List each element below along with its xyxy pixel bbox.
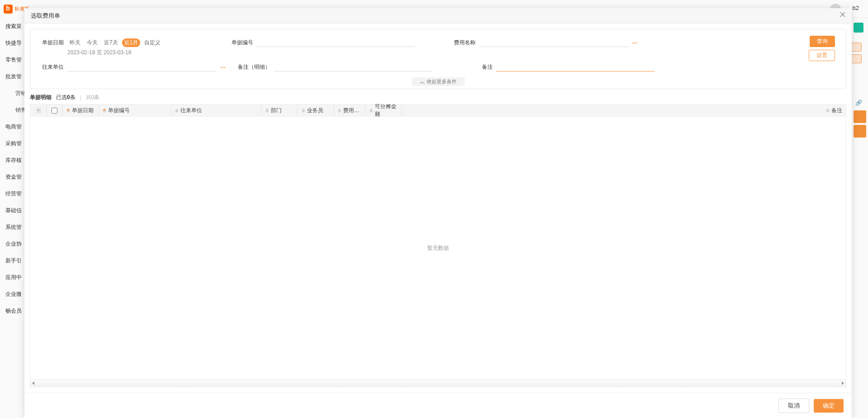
select-all-checkbox[interactable] xyxy=(52,108,57,114)
svg-point-2 xyxy=(38,109,39,111)
sort-icon xyxy=(338,109,341,113)
sort-icon xyxy=(826,109,830,113)
select-expense-modal: 选取费用单 单据日期 昨天 今天 近7天 近1月 xyxy=(24,8,852,418)
preset-today[interactable]: 今天 xyxy=(85,38,100,47)
sort-icon xyxy=(175,109,179,113)
doc-no-label: 单据编号 xyxy=(228,39,253,47)
remark-detail-label: 备注（明细） xyxy=(231,63,270,71)
col-party[interactable]: 往来单位 xyxy=(171,104,262,116)
preset-custom[interactable]: 自定义 xyxy=(142,38,163,47)
sort-icon xyxy=(369,109,373,113)
party-input[interactable] xyxy=(67,63,217,71)
horizontal-scrollbar[interactable] xyxy=(30,380,846,387)
col-fee[interactable]: 费用… xyxy=(334,104,366,116)
modal-close-button[interactable] xyxy=(838,11,847,20)
date-range-display: 2023-02-18 至 2023-03-18 xyxy=(67,49,163,57)
selected-count: 已选0条 xyxy=(56,94,75,101)
confirm-button[interactable]: 确定 xyxy=(814,399,844,413)
col-biz[interactable]: 业务员 xyxy=(298,104,334,116)
chevron-up-icon: ︽ xyxy=(420,78,425,85)
gear-icon xyxy=(35,107,42,114)
sort-icon xyxy=(302,109,305,113)
col-dept[interactable]: 部门 xyxy=(262,104,298,116)
doc-no-input[interactable] xyxy=(257,38,415,47)
preset-yesterday[interactable]: 昨天 xyxy=(67,38,83,47)
details-title: 单据明细 xyxy=(30,94,52,101)
total-count: 共0条 xyxy=(86,94,100,101)
sort-icon xyxy=(265,109,269,113)
remark-label: 备注 xyxy=(461,63,493,71)
settings-button[interactable]: 设置 xyxy=(809,50,835,61)
table-body-empty: 暂无数据 xyxy=(30,117,846,380)
filter-actions: 查询 设置 xyxy=(809,36,835,61)
search-button[interactable]: 查询 xyxy=(810,36,835,47)
col-doc-date[interactable]: 单据日期 xyxy=(63,104,99,116)
preset-week[interactable]: 近7天 xyxy=(102,38,120,47)
fee-name-picker[interactable]: ⋯ xyxy=(632,40,638,46)
modal-footer: 取消 确定 xyxy=(24,393,852,418)
sort-icon xyxy=(66,109,70,113)
modal-header: 选取费用单 xyxy=(24,8,852,24)
col-remark[interactable]: 备注 xyxy=(402,104,846,116)
col-amount[interactable]: 可分摊金额 xyxy=(366,104,402,116)
modal-title: 选取费用单 xyxy=(31,12,60,20)
fee-name-input[interactable] xyxy=(479,38,628,47)
empty-state-text: 暂无数据 xyxy=(427,244,449,252)
column-settings-button[interactable] xyxy=(30,104,47,116)
table-header: 单据日期 单据编号 往来单位 部门 业务员 xyxy=(30,104,846,117)
results-table: 单据日期 单据编号 往来单位 部门 业务员 xyxy=(30,104,846,387)
close-icon xyxy=(840,11,846,18)
col-doc-code[interactable]: 单据编号 xyxy=(99,104,171,116)
party-picker[interactable]: ⋯ xyxy=(220,64,226,71)
filter-panel: 单据日期 昨天 今天 近7天 近1月 自定义 2023-02-18 至 2023… xyxy=(30,29,846,89)
party-label: 往来单位 xyxy=(38,63,64,71)
cancel-button[interactable]: 取消 xyxy=(778,399,809,413)
select-all-header[interactable] xyxy=(47,104,63,116)
vertical-scrollbar[interactable] xyxy=(846,52,851,366)
remark-detail-input[interactable] xyxy=(274,63,432,71)
remark-input[interactable] xyxy=(496,63,655,71)
collapse-conditions-toggle[interactable]: ︽ 收起更多条件 xyxy=(412,77,465,86)
details-header: 单据明细 已选0条 | 共0条 xyxy=(30,94,846,101)
modal-body: 单据日期 昨天 今天 近7天 近1月 自定义 2023-02-18 至 2023… xyxy=(24,24,852,393)
fee-name-label: 费用名称 xyxy=(444,39,476,47)
preset-month[interactable]: 近1月 xyxy=(122,38,141,47)
sort-icon xyxy=(103,109,106,113)
date-presets: 昨天 今天 近7天 近1月 自定义 xyxy=(67,38,163,47)
doc-date-label: 单据日期 xyxy=(38,39,64,47)
